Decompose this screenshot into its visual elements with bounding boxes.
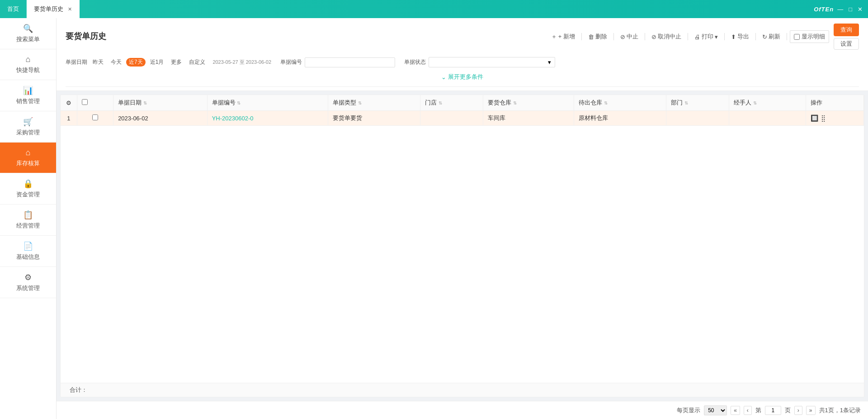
refresh-button[interactable]: ↻ 刷新 <box>759 31 784 43</box>
export-icon: ⬆ <box>731 33 736 40</box>
date-range-text: 2023-05-27 至 2023-06-02 <box>212 59 271 66</box>
export-button[interactable]: ⬆ 导出 <box>727 31 753 43</box>
col-dept: 部门 ⇅ <box>666 95 729 111</box>
show-detail-checkbox[interactable] <box>794 34 800 40</box>
col-doc-number: 单据编号 ⇅ <box>207 95 328 111</box>
shortcut-last7days[interactable]: 近7天 <box>126 58 146 67</box>
next-page-button[interactable]: › <box>794 406 802 415</box>
row-handler <box>729 111 806 126</box>
settings-button[interactable]: 设置 <box>834 38 859 50</box>
delete-button[interactable]: 🗑 删除 <box>585 31 611 43</box>
sort-dept-icon[interactable]: ⇅ <box>684 100 688 105</box>
sort-store-icon[interactable]: ⇅ <box>439 100 442 105</box>
show-detail-button[interactable]: 显示明细 <box>790 30 829 43</box>
divider-3 <box>645 33 645 40</box>
sort-req-wh-icon[interactable]: ⇅ <box>513 100 517 105</box>
col-action-label: 操作 <box>811 99 822 106</box>
status-select[interactable]: ▾ <box>429 57 555 67</box>
shortcut-last1month[interactable]: 近1月 <box>147 58 167 67</box>
basic-info-icon: 📄 <box>23 241 33 251</box>
sidebar-item-sales[interactable]: 📊 销售管理 <box>0 80 56 111</box>
print-button[interactable]: 🖨 打印 ▾ <box>691 31 722 43</box>
shortcut-yesterday[interactable]: 昨天 <box>90 58 106 67</box>
stop-button[interactable]: ⊘ 中止 <box>617 31 642 43</box>
col-checkbox[interactable] <box>77 95 113 111</box>
more-action-icon[interactable]: ⣿ <box>821 114 826 122</box>
date-filter-label: 单据日期 <box>66 58 87 66</box>
minimize-icon[interactable]: — <box>837 6 843 13</box>
doc-number-filter-group: 单据编号 <box>280 57 395 67</box>
sort-handler-icon[interactable]: ⇅ <box>753 100 757 105</box>
row-date: 2023-06-02 <box>113 111 208 126</box>
col-handler-label: 经手人 <box>734 99 751 106</box>
stop-icon: ⊘ <box>620 33 625 40</box>
prev-page-button[interactable]: ‹ <box>744 406 752 415</box>
shortcut-today[interactable]: 今天 <box>108 58 124 67</box>
col-pending-wh-label: 待出仓库 <box>579 99 602 106</box>
total-label: 共1页，1条记录 <box>819 406 861 414</box>
select-all-checkbox[interactable] <box>82 99 88 105</box>
status-label: 单据状态 <box>404 58 426 66</box>
expand-more-icon: ⌄ <box>441 74 446 81</box>
doc-number-label: 单据编号 <box>280 58 302 66</box>
col-date: 单据日期 ⇅ <box>113 95 208 111</box>
page-title: 要货单历史 <box>66 31 106 42</box>
query-button[interactable]: 查询 <box>834 24 859 36</box>
tab-home[interactable]: 首页 <box>0 0 27 18</box>
cancel-stop-button[interactable]: ⊘ 取消中止 <box>648 31 685 43</box>
sidebar-purchase-label: 采购管理 <box>16 129 40 137</box>
maximize-icon[interactable]: □ <box>849 6 852 13</box>
print-arrow-icon: ▾ <box>715 33 718 40</box>
data-table: ⚙ 单据日期 ⇅ 单据编号 ⇅ 单据类型 ⇅ <box>61 95 864 126</box>
page-input[interactable] <box>765 406 781 415</box>
brand-label: OfTEn <box>814 6 834 13</box>
sidebar-item-system[interactable]: ⚙ 系统管理 <box>0 267 56 298</box>
row-checkbox-cell[interactable] <box>77 111 113 126</box>
sales-icon: 📊 <box>23 86 33 95</box>
summary-label: 合计： <box>70 386 87 393</box>
per-page-select[interactable]: 20 50 100 <box>704 405 727 415</box>
shortcut-custom[interactable]: 自定义 <box>186 58 208 67</box>
sidebar-item-operations[interactable]: 📋 经营管理 <box>0 205 56 236</box>
finance-icon: 🔒 <box>23 179 33 189</box>
doc-number-input[interactable] <box>305 57 395 67</box>
sidebar-system-label: 系统管理 <box>16 284 40 292</box>
row-dept <box>666 111 729 126</box>
sort-date-icon[interactable]: ⇅ <box>143 100 147 105</box>
view-action-icon[interactable]: 🔲 <box>811 114 818 122</box>
sort-doctype-icon[interactable]: ⇅ <box>358 100 362 105</box>
sidebar-item-quick-nav[interactable]: ⌂ 快捷导航 <box>0 49 56 80</box>
new-button[interactable]: ＋ + 新增 <box>547 31 579 43</box>
main-layout: 🔍 搜索菜单 ⌂ 快捷导航 📊 销售管理 🛒 采购管理 ⌂ 库存核算 🔒 资金管… <box>0 18 868 419</box>
col-store-label: 门店 <box>425 99 437 106</box>
sidebar-item-purchase[interactable]: 🛒 采购管理 <box>0 111 56 143</box>
first-page-button[interactable]: « <box>731 406 740 415</box>
shortcut-more[interactable]: 更多 <box>168 58 184 67</box>
sidebar-item-inventory[interactable]: ⌂ 库存核算 <box>0 143 56 173</box>
row-doc-type: 要货单要货 <box>328 111 420 126</box>
status-select-arrow: ▾ <box>548 59 551 66</box>
sidebar-sales-label: 销售管理 <box>16 97 40 105</box>
sidebar-item-finance[interactable]: 🔒 资金管理 <box>0 173 56 205</box>
row-checkbox[interactable] <box>92 114 98 120</box>
page-end-label: 页 <box>785 406 791 414</box>
row-doc-number[interactable]: YH-20230602-0 <box>207 111 328 126</box>
sort-pending-wh-icon[interactable]: ⇅ <box>604 100 608 105</box>
sidebar-item-basic-info[interactable]: 📄 基础信息 <box>0 236 56 267</box>
col-date-label: 单据日期 <box>118 99 142 106</box>
date-filter-group: 单据日期 昨天 今天 近7天 近1月 更多 自定义 2023-05-27 至 2… <box>66 58 271 67</box>
table-row: 1 2023-06-02 YH-20230602-0 要货单要货 车间库 原材料… <box>61 111 864 126</box>
print-icon: 🖨 <box>694 33 700 40</box>
doc-number-link[interactable]: YH-20230602-0 <box>212 115 254 122</box>
sort-docnum-icon[interactable]: ⇅ <box>237 100 241 105</box>
col-doc-type: 单据类型 ⇅ <box>328 95 420 111</box>
col-doc-type-label: 单据类型 <box>333 99 356 106</box>
tab-requisition-history[interactable]: 要货单历史 ✕ <box>27 0 80 18</box>
col-settings[interactable]: ⚙ <box>61 95 77 111</box>
close-icon[interactable]: ✕ <box>858 6 863 13</box>
sidebar-item-search-menu[interactable]: 🔍 搜索菜单 <box>0 18 56 49</box>
expand-more-button[interactable]: ⌄ 展开更多条件 <box>66 71 859 83</box>
tab-close-icon[interactable]: ✕ <box>68 6 72 12</box>
last-page-button[interactable]: » <box>806 406 816 415</box>
table-area: ⚙ 单据日期 ⇅ 单据编号 ⇅ 单据类型 ⇅ <box>60 95 864 397</box>
